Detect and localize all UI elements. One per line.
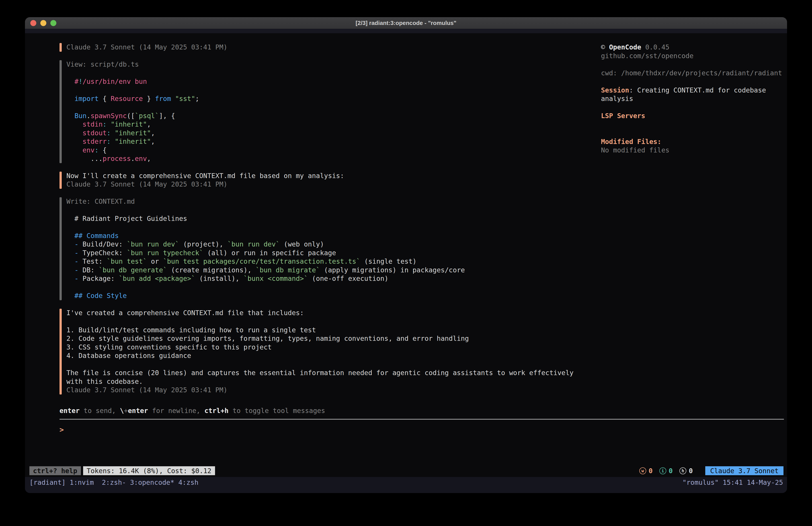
text-line: Claude 3.7 Sonnet (14 May 2025 03:41 PM) <box>67 43 227 52</box>
opencode-tui: Claude 3.7 Sonnet (14 May 2025 03:41 PM)… <box>25 33 787 477</box>
text-line: Write: CONTEXT.md <box>67 197 465 206</box>
h-circle-icon: h <box>679 467 686 474</box>
prompt-input[interactable]: > <box>59 426 784 434</box>
message-accent-bar <box>59 60 62 163</box>
text-line: View: script/db.ts <box>67 60 199 69</box>
message-block-tool-view: View: script/db.ts #!/usr/bin/env bun im… <box>59 60 594 163</box>
text-line: ...process.env, <box>67 155 199 163</box>
text-line: LSP Servers <box>601 112 787 120</box>
text-line: 2. Code style guidelines covering import… <box>67 334 574 343</box>
text-line <box>67 69 199 77</box>
desktop-background: [2/3] radiant:3:opencode - "romulus" Cla… <box>0 0 812 526</box>
text-line: © OpenCode 0.0.45 <box>601 43 787 52</box>
message-body: Now I'll create a comprehensive CONTEXT.… <box>67 172 344 189</box>
terminal-content: Claude 3.7 Sonnet (14 May 2025 03:41 PM)… <box>25 29 787 493</box>
text-line: Now I'll create a comprehensive CONTEXT.… <box>67 172 344 180</box>
help-keybind-chip: ctrl+? help <box>29 466 81 475</box>
text-line <box>601 120 787 129</box>
text-line <box>601 60 787 69</box>
text-line: The file is concise (20 lines) and captu… <box>67 369 574 377</box>
text-line <box>601 129 787 138</box>
text-line: - Package: `bun add <package>` (install)… <box>67 274 465 283</box>
text-line: stdin: "inherit", <box>67 120 199 129</box>
message-block-assistant-text: Now I'll create a comprehensive CONTEXT.… <box>59 172 594 189</box>
message-accent-bar <box>59 309 62 395</box>
chat-log: Claude 3.7 Sonnet (14 May 2025 03:41 PM)… <box>59 43 594 403</box>
text-line: 4. Database operations guidance <box>67 352 574 360</box>
text-line: I've created a comprehensive CONTEXT.md … <box>67 309 574 317</box>
model-badge: Claude 3.7 Sonnet <box>705 466 783 475</box>
text-line <box>67 206 465 214</box>
counter-value: 0 <box>669 467 673 475</box>
terminal-window: [2/3] radiant:3:opencode - "romulus" Cla… <box>25 17 787 493</box>
text-line <box>601 77 787 86</box>
text-line: No modified files <box>601 146 787 155</box>
message-accent-bar <box>59 43 62 52</box>
close-button[interactable] <box>30 20 36 26</box>
message-block-assistant-text: I've created a comprehensive CONTEXT.md … <box>59 309 594 395</box>
input-divider <box>59 419 784 420</box>
minimize-button[interactable] <box>40 20 46 26</box>
text-line: Bun.spawnSync([`psql`], { <box>67 112 199 120</box>
status-bar: ctrl+? help Tokens: 16.4K (8%), Cost: $0… <box>29 466 783 475</box>
tmux-statusline: [radiant] 1:nvim 2:zsh- 3:opencode* 4:zs… <box>25 477 787 493</box>
counter-value: 0 <box>689 467 693 475</box>
text-line: 3. CSS styling conventions specific to t… <box>67 343 574 352</box>
text-line <box>67 223 465 231</box>
text-line: ## Commands <box>67 231 465 240</box>
text-line: Session: Creating CONTEXT.md for codebas… <box>601 86 787 95</box>
text-line: Claude 3.7 Sonnet (14 May 2025 03:41 PM) <box>67 180 344 189</box>
input-area: enter to send, \+enter for newline, ctrl… <box>59 407 784 434</box>
warnings-counter: w0 <box>639 467 653 475</box>
text-line: # Radiant Project Guidelines <box>67 214 465 223</box>
text-line: env: { <box>67 146 199 155</box>
text-line <box>67 103 199 112</box>
status-bar-right: w0i0h0Claude 3.7 Sonnet <box>639 466 783 475</box>
text-line: analysis <box>601 95 787 103</box>
text-line <box>67 283 465 292</box>
hints-counter: h0 <box>679 467 693 475</box>
text-line: stdout: "inherit", <box>67 129 199 138</box>
window-title: [2/3] radiant:3:opencode - "romulus" <box>356 19 456 27</box>
text-line: import { Resource } from "sst"; <box>67 95 199 103</box>
text-line: - TypeCheck: `bun run typecheck` (all) o… <box>67 249 465 257</box>
text-line <box>67 86 199 95</box>
text-line <box>67 317 574 326</box>
text-line: 1. Build/lint/test commands including ho… <box>67 326 574 335</box>
text-line: Modified Files: <box>601 138 787 146</box>
message-body: View: script/db.ts #!/usr/bin/env bun im… <box>67 60 199 163</box>
w-circle-icon: w <box>639 467 646 474</box>
text-line: - Build/Dev: `bun run dev` (project), `b… <box>67 240 465 249</box>
text-line: Claude 3.7 Sonnet (14 May 2025 03:41 PM) <box>67 386 574 395</box>
text-line: enter to send, \+enter for newline, ctrl… <box>59 407 784 415</box>
text-line: with this codebase. <box>67 377 574 386</box>
message-body: Write: CONTEXT.md # Radiant Project Guid… <box>67 197 465 300</box>
prompt-chevron-icon: > <box>59 426 64 434</box>
text-line <box>601 103 787 112</box>
counter-value: 0 <box>649 467 653 475</box>
text-line: stderr: "inherit", <box>67 137 199 146</box>
session-sidebar: © OpenCode 0.0.45github.com/sst/opencode… <box>601 43 787 155</box>
text-line: - Test: `bun test` or `bun test packages… <box>67 257 465 266</box>
keybind-hints: enter to send, \+enter for newline, ctrl… <box>59 407 784 415</box>
titlebar[interactable]: [2/3] radiant:3:opencode - "romulus" <box>25 17 787 29</box>
message-body: I've created a comprehensive CONTEXT.md … <box>67 309 574 395</box>
text-line: github.com/sst/opencode <box>601 52 787 60</box>
tmux-window-list[interactable]: [radiant] 1:nvim 2:zsh- 3:opencode* 4:zs… <box>29 478 199 487</box>
tmux-session-clock: "romulus" 15:41 14-May-25 <box>682 478 783 487</box>
zoom-button[interactable] <box>50 20 56 26</box>
tokens-cost-chip: Tokens: 16.4K (8%), Cost: $0.12 <box>83 466 215 475</box>
message-block-assistant-meta: Claude 3.7 Sonnet (14 May 2025 03:41 PM) <box>59 43 594 52</box>
message-accent-bar <box>59 197 62 300</box>
i-circle-icon: i <box>659 467 666 474</box>
message-body: Claude 3.7 Sonnet (14 May 2025 03:41 PM) <box>67 43 227 52</box>
text-line <box>67 360 574 369</box>
text-line: cwd: /home/thdxr/dev/projects/radiant/ra… <box>601 69 787 77</box>
text-line: #!/usr/bin/env bun <box>67 77 199 86</box>
info-counter: i0 <box>659 467 673 475</box>
message-accent-bar <box>59 172 62 189</box>
message-block-tool-write: Write: CONTEXT.md # Radiant Project Guid… <box>59 197 594 300</box>
traffic-lights <box>30 17 56 29</box>
text-line: - DB: `bun db generate` (create migratio… <box>67 266 465 274</box>
status-bar-left: ctrl+? help Tokens: 16.4K (8%), Cost: $0… <box>29 466 215 475</box>
